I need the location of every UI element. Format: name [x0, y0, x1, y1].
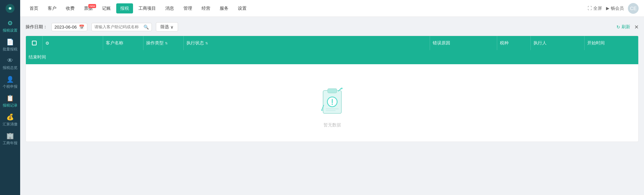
settings-icon[interactable]: ⚙ [45, 41, 49, 46]
baoshui-shezhi-icon: ⚙ [7, 20, 13, 27]
sort-exec-status-icon: ⇅ [205, 41, 208, 45]
th-executor: 执行人 [531, 36, 585, 50]
sidebar-item-gongshang-nianbao[interactable]: 🏢 工商年报 [0, 129, 20, 148]
chevron-down-icon: ∨ [170, 25, 174, 30]
nav-piaoju[interactable]: 票据 new [80, 3, 97, 13]
date-value: 2023-06-06 [54, 25, 77, 30]
sidebar-item-baoshui-shezhi[interactable]: ⚙ 报税设置 [0, 17, 20, 36]
sidebar-item-piliang-baoshui[interactable]: 📄 批量报税 [0, 36, 20, 54]
nav-shoufei[interactable]: 收费 [62, 3, 79, 13]
nav-customer[interactable]: 客户 [44, 3, 60, 13]
user-avatar[interactable]: CE [628, 3, 639, 14]
th-customer-name: 客户名称 [103, 36, 143, 50]
refresh-icon: ↻ [616, 25, 620, 30]
main-area: 首页 客户 收费 票据 new 记账 报税 工商项目 消息 管理 经营 服务 设… [20, 0, 644, 195]
search-icon: 🔍 [143, 25, 149, 30]
nav-guanli[interactable]: 管理 [179, 3, 196, 13]
fullscreen-icon: ⛶ [588, 6, 592, 11]
th-error-reason: 错误原因 [430, 36, 497, 50]
piliang-baoshui-icon: 📄 [6, 38, 14, 46]
calendar-icon: 📅 [79, 25, 84, 30]
toolbar: 操作日期： 2023-06-06 📅 🔍 筛选 ∨ ↻ 刷新 [26, 22, 639, 32]
empty-text: 暂无数据 [324, 122, 341, 128]
baoshui-zonglang-icon: 👁 [7, 57, 13, 64]
data-table: ⚙ 客户名称 操作类型 ⇅ 执行状态 ⇅ 错误原因 [26, 36, 639, 142]
sidebar-item-geshuishenbao[interactable]: 👤 个税申报 [0, 73, 20, 92]
fullscreen-button[interactable]: ⛶ 全屏 [588, 5, 602, 11]
sidebar-item-baoshui-jilu[interactable]: 📋 报税记录 [0, 92, 20, 111]
sort-operation-type-icon: ⇅ [165, 41, 168, 45]
date-label: 操作日期： [26, 24, 47, 30]
th-start-time: 开始时间 [585, 36, 638, 50]
toolbar-right: ↻ 刷新 ✕ [616, 24, 639, 30]
search-input[interactable] [94, 25, 142, 29]
nav-jingying[interactable]: 经营 [198, 3, 214, 13]
nav-gongshang[interactable]: 工商项目 [134, 3, 160, 13]
nav-home[interactable]: 首页 [26, 3, 42, 13]
sidebar-item-baoshui-zonglang[interactable]: 👁 报税总览 [0, 54, 20, 73]
filter-label: 筛选 [160, 24, 169, 30]
th-operation-type[interactable]: 操作类型 ⇅ [143, 36, 184, 50]
baoshui-jilu-icon: 📋 [6, 94, 14, 102]
th-settings: ⚙ [43, 36, 103, 50]
table-body: 暂无数据 [26, 64, 638, 142]
th-end-time: 结束时间 [26, 50, 43, 64]
nav-jizhang[interactable]: 记账 [98, 3, 115, 13]
play-icon: ▶ [606, 6, 609, 11]
svg-rect-3 [328, 89, 337, 93]
huisuan-icon: 💰 [6, 113, 14, 121]
search-box[interactable]: 🔍 [91, 23, 152, 31]
nav-baoshui[interactable]: 报税 [116, 3, 133, 13]
gongshang-nianbao-icon: 🏢 [6, 132, 14, 140]
th-exec-status[interactable]: 执行状态 ⇅ [184, 36, 430, 50]
nav-fuwu[interactable]: 服务 [216, 3, 232, 13]
member-button[interactable]: ▶ 畅会员 [606, 5, 624, 11]
topnav-right: ⛶ 全屏 ▶ 畅会员 CE [588, 3, 639, 14]
content-area: 操作日期： 2023-06-06 📅 🔍 筛选 ∨ ↻ 刷新 [20, 17, 644, 195]
sidebar-item-huisuan-jiaoshu[interactable]: 💰 汇算清缴 [0, 111, 20, 129]
svg-point-1 [9, 7, 11, 10]
nav-shezhi[interactable]: 设置 [234, 3, 251, 13]
empty-illustration [315, 84, 349, 118]
sidebar: ⚙ 报税设置 📄 批量报税 👁 报税总览 👤 个税申报 📋 报税记录 💰 汇算清… [0, 0, 20, 195]
sidebar-logo [0, 0, 20, 17]
th-tax-type: 税种 [497, 36, 531, 50]
empty-state: 暂无数据 [26, 64, 638, 142]
table-header: ⚙ 客户名称 操作类型 ⇅ 执行状态 ⇅ 错误原因 [26, 36, 638, 64]
filter-button[interactable]: 筛选 ∨ [156, 22, 178, 32]
geshuishenbao-icon: 👤 [6, 76, 14, 83]
refresh-button[interactable]: ↻ 刷新 [616, 24, 630, 30]
th-checkbox[interactable] [26, 36, 43, 50]
svg-point-6 [332, 104, 333, 105]
nav-xiaoxi[interactable]: 消息 [161, 3, 178, 13]
date-picker[interactable]: 2023-06-06 📅 [51, 23, 87, 31]
new-badge: new [88, 4, 96, 8]
page-content: 操作日期： 2023-06-06 📅 🔍 筛选 ∨ ↻ 刷新 [20, 17, 644, 195]
top-navigation: 首页 客户 收费 票据 new 记账 报税 工商项目 消息 管理 经营 服务 设… [20, 0, 644, 17]
select-all-checkbox[interactable] [32, 41, 37, 45]
close-button[interactable]: ✕ [634, 24, 639, 30]
